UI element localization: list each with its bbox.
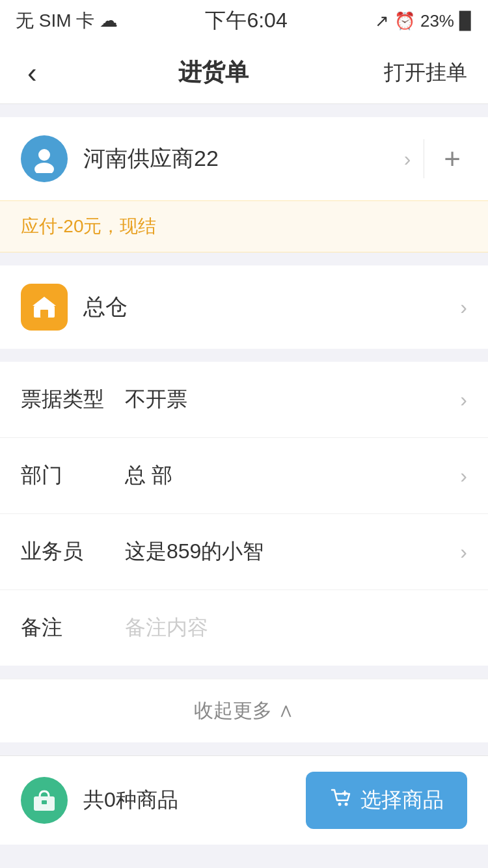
supplier-chevron-icon: › — [404, 147, 411, 171]
supplier-name: 河南供应商22 — [83, 144, 404, 174]
salesman-value: 这是859的小智 — [112, 537, 460, 566]
department-label: 部门 — [21, 461, 112, 490]
supplier-add-button[interactable]: + — [437, 142, 467, 175]
bottom-bar: 共0种商品 选择商品 — [0, 755, 488, 845]
svg-marker-3 — [33, 297, 56, 306]
status-bar: 无 SIM 卡 ☁ 下午6:04 ↗ ⏰ 23% ▉ — [0, 0, 488, 42]
remark-row[interactable]: 备注 备注内容 — [0, 590, 488, 666]
invoice-type-row[interactable]: 票据类型 不开票 › — [0, 362, 488, 438]
svg-rect-6 — [42, 800, 47, 804]
cart-icon — [329, 786, 353, 815]
remark-input[interactable]: 备注内容 — [112, 614, 467, 642]
supplier-divider — [424, 139, 424, 178]
svg-point-8 — [345, 803, 348, 806]
invoice-type-value: 不开票 — [112, 385, 460, 414]
select-goods-label: 选择商品 — [360, 786, 444, 815]
department-chevron-icon: › — [460, 464, 467, 488]
svg-point-0 — [38, 149, 50, 161]
notice-banner: 应付-20元，现结 — [0, 200, 488, 252]
goods-count: 共0种商品 — [83, 786, 306, 815]
status-left: 无 SIM 卡 ☁ — [16, 8, 118, 33]
select-goods-button[interactable]: 选择商品 — [306, 772, 467, 829]
supplier-card: 河南供应商22 › + 应付-20元，现结 — [0, 117, 488, 252]
back-button[interactable]: ‹ — [21, 50, 44, 96]
page-title: 进货单 — [178, 57, 249, 88]
collapse-button[interactable]: 收起更多 ∧ — [0, 679, 488, 742]
battery-text: 23% — [420, 11, 454, 31]
warehouse-row[interactable]: 总仓 › — [0, 265, 488, 349]
supplier-row[interactable]: 河南供应商22 › + — [0, 117, 488, 200]
salesman-label: 业务员 — [21, 537, 112, 566]
invoice-type-label: 票据类型 — [21, 385, 112, 414]
nav-bar: ‹ 进货单 打开挂单 — [0, 42, 488, 104]
supplier-avatar — [21, 135, 68, 182]
svg-point-7 — [338, 803, 342, 806]
no-sim-text: 无 SIM 卡 ☁ — [16, 8, 118, 33]
alarm-icon: ⏰ — [394, 11, 415, 31]
warehouse-name: 总仓 — [83, 292, 460, 322]
location-icon: ↗ — [375, 11, 389, 31]
salesman-chevron-icon: › — [460, 540, 467, 564]
warehouse-chevron-icon: › — [460, 295, 467, 319]
warehouse-icon — [21, 284, 68, 331]
remark-label: 备注 — [21, 614, 112, 642]
gap-1 — [0, 104, 488, 117]
status-right: ↗ ⏰ 23% ▉ — [375, 11, 472, 31]
invoice-type-chevron-icon: › — [460, 388, 467, 412]
department-value: 总 部 — [112, 461, 460, 490]
department-row[interactable]: 部门 总 部 › — [0, 438, 488, 514]
status-time: 下午6:04 — [205, 7, 287, 35]
goods-icon — [21, 777, 68, 824]
form-section: 票据类型 不开票 › 部门 总 部 › 业务员 这是859的小智 › 备注 备注… — [0, 362, 488, 666]
open-pending-button[interactable]: 打开挂单 — [384, 59, 467, 87]
battery-icon: ▉ — [459, 11, 472, 31]
salesman-row[interactable]: 业务员 这是859的小智 › — [0, 514, 488, 590]
svg-rect-4 — [40, 310, 48, 318]
svg-point-1 — [34, 163, 54, 173]
warehouse-card: 总仓 › — [0, 265, 488, 349]
gap-2 — [0, 252, 488, 265]
